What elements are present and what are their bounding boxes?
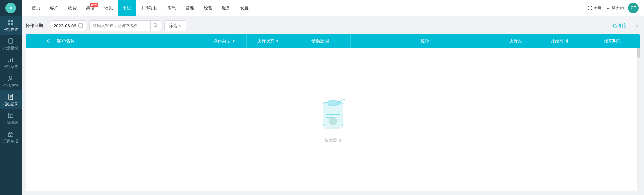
th-status: 执行状态 ▼ [247,34,290,48]
svg-rect-26 [79,24,83,27]
search-icon [153,23,158,28]
sidebar-item-piliangshuishui[interactable]: 批量报税 [0,35,22,53]
svg-line-31 [156,26,158,27]
svg-rect-2 [8,20,10,22]
nav-item-piaoju[interactable]: 票据 new [81,0,99,16]
svg-point-30 [154,23,157,26]
gongshang-icon [7,130,14,138]
date-picker[interactable]: 2023-06-06 [51,20,86,31]
zonglan-icon [7,56,14,63]
filter-label: 筛选 [169,23,177,29]
sidebar-item-baoshuishezhi[interactable]: 报税设置 [0,16,22,35]
toolbar-right: 刷新 × [610,21,640,31]
svg-rect-4 [8,23,10,25]
nav-items: 首页 客户 收费 票据 new 记账 报税 工商项目 消息 [27,0,588,16]
nav-item-gongshang[interactable]: 工商项目 [136,0,163,16]
sidebar-item-baoshuizonglan[interactable]: 报税总览 [0,53,22,72]
svg-rect-10 [8,61,9,62]
date-value: 2023-06-06 [54,23,76,28]
zonglan-label: 报税总览 [3,65,18,69]
svg-point-14 [9,76,12,79]
table-scrollbar[interactable] [637,48,640,191]
status-sort-icon[interactable]: ▼ [276,39,279,43]
date-label: 操作日期： [26,23,47,29]
nav-item-shezhi[interactable]: 设置 [235,0,253,16]
svg-point-42 [324,126,342,129]
settings-icon [46,38,51,44]
fullscreen-icon [588,6,592,10]
nav-item-kehu[interactable]: 客户 [45,0,63,16]
th-executor: 执行人 [499,34,532,48]
nav-item-jingying[interactable]: 经营 [199,0,217,16]
refresh-icon [613,23,617,28]
toolbar: 操作日期： 2023-06-06 [26,20,640,31]
svg-line-40 [338,99,345,102]
svg-point-32 [48,40,49,42]
geshui-icon [7,75,14,82]
search-button[interactable] [150,21,161,31]
th-tax: 税种 [351,34,499,48]
fullscreen-button[interactable]: 全屏 [588,5,602,11]
user-avatar[interactable]: CE [628,3,639,13]
empty-illustration: ! [316,96,350,133]
nav-item-xiaoxi[interactable]: 消息 [163,0,181,16]
huisuan-icon [7,112,14,119]
records-table: 客户名称 操作类型 ▼ 执行状态 ▼ 错误股因 税种 执行人 [26,34,640,191]
refresh-button[interactable]: 刷新 [610,21,630,30]
svg-rect-34 [328,101,338,105]
select-all-checkbox[interactable] [32,39,36,43]
table-header: 客户名称 操作类型 ▼ 执行状态 ▼ 错误股因 税种 执行人 [26,34,640,48]
th-endtime: 结束时间 [586,34,640,48]
nav-item-jizhang[interactable]: 记账 [99,0,118,16]
vip-icon: ▶ [606,6,610,10]
jilu-label: 报税记录 [3,102,18,106]
logo-icon [5,3,16,13]
nav-item-baoshui[interactable]: 报税 [118,0,136,16]
sidebar-item-baoshuijilu[interactable]: 报税记录 [0,90,22,109]
nav-item-fuwu[interactable]: 服务 [217,0,235,16]
search-input[interactable] [90,22,150,29]
piaoju-badge: new [90,3,98,8]
th-error: 错误股因 [290,34,351,48]
svg-rect-5 [11,23,13,25]
calendar-icon [78,23,83,29]
gongshang-nianbaio-label: 工商年报 [3,139,18,143]
close-button[interactable]: × [634,21,640,31]
svg-rect-23 [10,135,11,136]
search-box [89,20,161,31]
geshui-label: 个税申报 [3,83,18,88]
th-gear[interactable] [42,38,54,44]
baoshuishezhi-icon [7,19,14,26]
filter-button[interactable]: 筛选 [164,20,186,31]
table-body: ! 暂无数据 [26,48,640,191]
svg-rect-3 [11,20,13,22]
empty-state: ! 暂无数据 [316,96,350,143]
th-optype: 操作类型 ▼ [203,34,247,48]
main-container: 首页 客户 收费 票据 new 记账 报税 工商项目 消息 [22,0,644,195]
optype-sort-icon[interactable]: ▼ [232,39,235,43]
th-starttime: 开始时间 [532,34,586,48]
sidebar-item-huisuanjiaonas[interactable]: 汇算清缴 [0,109,22,127]
sidebar: 报税设置 批量报税 报税总览 [0,0,22,195]
piliang-label: 批量报税 [3,46,18,50]
content-area: 操作日期： 2023-06-06 [22,16,644,195]
top-navigation: 首页 客户 收费 票据 new 记账 报税 工商项目 消息 [22,0,644,16]
sidebar-item-geshuishenbao[interactable]: 个税申报 [0,72,22,90]
vip-button[interactable]: ▶ 畅会员 [606,5,624,11]
scrollbar-thumb[interactable] [637,48,640,58]
topnav-right: 全屏 ▶ 畅会员 CE [588,3,639,13]
piliang-icon [7,37,14,45]
th-checkbox[interactable] [26,39,42,43]
nav-item-shouye[interactable]: 首页 [27,0,45,16]
nav-item-guanli[interactable]: 管理 [181,0,199,16]
empty-text: 暂无数据 [324,137,342,143]
svg-point-1 [10,7,12,9]
th-customer-name: 客户名称 [54,34,203,48]
huisuan-label: 汇算清缴 [3,120,18,125]
sidebar-item-gongshangnianbaio[interactable]: 工商年报 [0,127,22,146]
svg-rect-11 [10,59,11,62]
app-logo [0,0,22,16]
svg-rect-12 [12,58,13,62]
baoshuishezhi-label: 报税设置 [3,28,18,32]
nav-item-shoufei[interactable]: 收费 [63,0,81,16]
